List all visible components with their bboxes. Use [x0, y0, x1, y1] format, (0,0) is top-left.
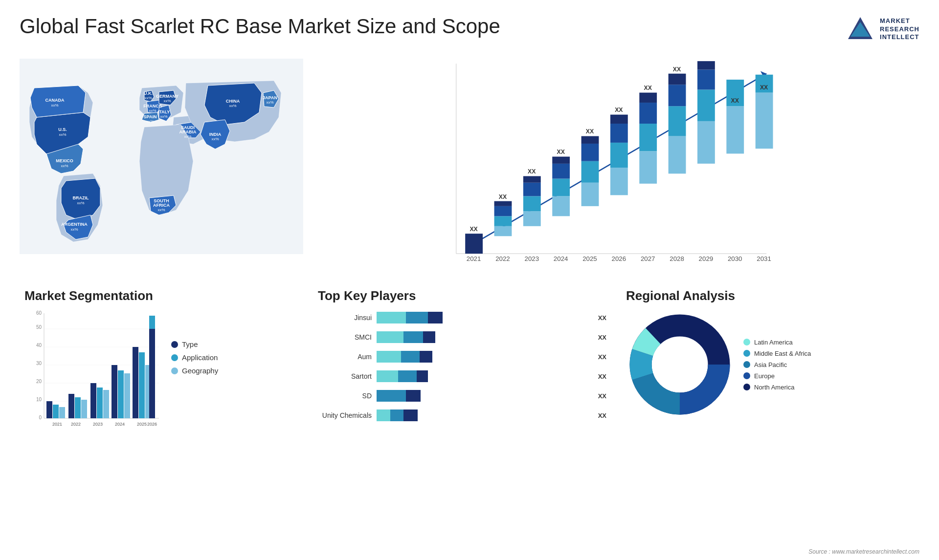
- svg-rect-146: [377, 370, 398, 382]
- svg-text:20: 20: [36, 379, 42, 384]
- growth-bar-chart: 2021 XX 2022 XX 2023 XX 2024 XX: [318, 59, 905, 274]
- svg-rect-128: [133, 347, 138, 418]
- svg-text:XX: XX: [499, 194, 507, 200]
- donut-chart: [626, 311, 734, 418]
- legend-application: Application: [171, 353, 218, 362]
- key-players-section: Top Key Players Jinsui XX SMCI: [308, 283, 616, 443]
- svg-rect-137: [377, 312, 406, 323]
- svg-rect-72: [639, 151, 657, 184]
- svg-rect-80: [669, 85, 686, 106]
- player-name-sartort: Sartort: [318, 372, 372, 380]
- svg-text:XX: XX: [586, 128, 594, 135]
- svg-text:xx%: xx%: [160, 114, 167, 119]
- svg-rect-68: [610, 124, 628, 143]
- svg-rect-43: [494, 216, 512, 226]
- segmentation-chart-container: 0 10 20 30 40 50 60 2021: [24, 311, 298, 438]
- world-map: CANADA xx% U.S. xx% MEXICO xx% BRAZIL xx…: [20, 54, 303, 259]
- svg-text:ARGENTINA: ARGENTINA: [61, 222, 88, 227]
- svg-rect-45: [494, 201, 512, 206]
- player-xx-sartort: XX: [598, 373, 606, 380]
- svg-rect-74: [639, 103, 657, 124]
- player-name-aum: Aum: [318, 353, 372, 361]
- key-players-title: Top Key Players: [318, 288, 606, 303]
- svg-rect-78: [669, 136, 686, 174]
- svg-marker-1: [850, 22, 870, 37]
- svg-text:XX: XX: [615, 107, 623, 113]
- svg-text:XX: XX: [470, 226, 478, 233]
- svg-rect-73: [639, 124, 657, 151]
- svg-rect-90: [726, 106, 744, 153]
- svg-rect-86: [697, 70, 715, 90]
- legend-europe: Europe: [743, 372, 811, 380]
- player-bar-jinsui: [377, 311, 591, 324]
- svg-rect-81: [669, 74, 686, 85]
- svg-text:xx%: xx%: [184, 134, 191, 139]
- svg-rect-79: [669, 106, 686, 136]
- svg-rect-57: [552, 157, 570, 164]
- svg-text:XX: XX: [702, 59, 710, 60]
- svg-text:BRAZIL: BRAZIL: [73, 195, 89, 200]
- svg-text:U.S.: U.S.: [58, 127, 67, 132]
- svg-text:GERMANY: GERMANY: [156, 94, 179, 99]
- svg-text:xx%: xx%: [149, 108, 156, 113]
- svg-text:2029: 2029: [699, 255, 714, 262]
- legend-latin-america: Latin America: [743, 339, 811, 346]
- svg-rect-126: [124, 373, 130, 418]
- svg-text:xx%: xx%: [163, 99, 171, 103]
- svg-rect-113: [53, 405, 59, 418]
- player-row-sd: SD XX: [318, 389, 606, 403]
- svg-rect-67: [610, 143, 628, 168]
- svg-rect-44: [494, 206, 512, 216]
- svg-text:xx%: xx%: [77, 201, 84, 205]
- svg-text:40: 40: [36, 343, 42, 348]
- svg-rect-62: [581, 144, 599, 161]
- segmentation-legend: Type Application Geography: [171, 311, 218, 375]
- svg-rect-63: [581, 136, 599, 144]
- svg-rect-112: [46, 401, 52, 418]
- svg-text:2024: 2024: [554, 255, 568, 262]
- svg-text:2023: 2023: [525, 255, 539, 262]
- svg-text:60: 60: [36, 311, 42, 316]
- bottom-center-right: Top Key Players Jinsui XX SMCI: [308, 283, 924, 443]
- regional-title: Regional Analysis: [626, 288, 915, 303]
- donut-container: Latin America Middle East & Africa Asia …: [626, 311, 915, 418]
- svg-text:INDIA: INDIA: [209, 132, 222, 137]
- svg-text:U.K.: U.K.: [144, 91, 153, 96]
- regional-legend: Latin America Middle East & Africa Asia …: [743, 339, 811, 391]
- svg-rect-151: [377, 409, 390, 421]
- svg-text:2025: 2025: [582, 255, 597, 262]
- svg-rect-132: [149, 329, 155, 418]
- geography-dot: [171, 367, 178, 374]
- regional-analysis-section: Regional Analysis: [616, 283, 924, 443]
- segmentation-bar-chart: 0 10 20 30 40 50 60 2021: [24, 311, 161, 438]
- player-name-smci: SMCI: [318, 333, 372, 341]
- player-row-aum: Aum XX: [318, 350, 606, 364]
- svg-text:2024: 2024: [115, 422, 125, 427]
- europe-dot: [743, 372, 750, 379]
- player-bar-aum: [377, 350, 591, 364]
- svg-text:2023: 2023: [93, 422, 103, 427]
- svg-text:2028: 2028: [670, 255, 684, 262]
- svg-rect-114: [59, 407, 65, 418]
- player-name-sd: SD: [318, 392, 372, 400]
- svg-rect-118: [81, 400, 87, 418]
- svg-text:2027: 2027: [641, 255, 655, 262]
- svg-text:FRANCE: FRANCE: [143, 104, 162, 108]
- svg-rect-48: [523, 211, 541, 226]
- svg-text:xx%: xx%: [61, 164, 68, 168]
- svg-text:50: 50: [36, 324, 42, 330]
- svg-text:xx%: xx%: [266, 100, 273, 105]
- page-title: Global Fast Scarlet RC Base Market Size …: [20, 15, 500, 38]
- svg-rect-50: [523, 183, 541, 196]
- legend-type: Type: [171, 340, 218, 348]
- player-bar-smci: [377, 330, 591, 344]
- segmentation-title: Market Segmentation: [24, 288, 298, 303]
- svg-rect-87: [697, 61, 715, 69]
- svg-text:ARABIA: ARABIA: [179, 129, 197, 134]
- svg-rect-49: [523, 196, 541, 211]
- svg-text:XX: XX: [644, 85, 652, 91]
- svg-text:2021: 2021: [467, 255, 481, 262]
- player-xx-smci: XX: [598, 334, 606, 341]
- svg-text:JAPAN: JAPAN: [263, 95, 277, 100]
- svg-text:xx%: xx%: [211, 137, 219, 141]
